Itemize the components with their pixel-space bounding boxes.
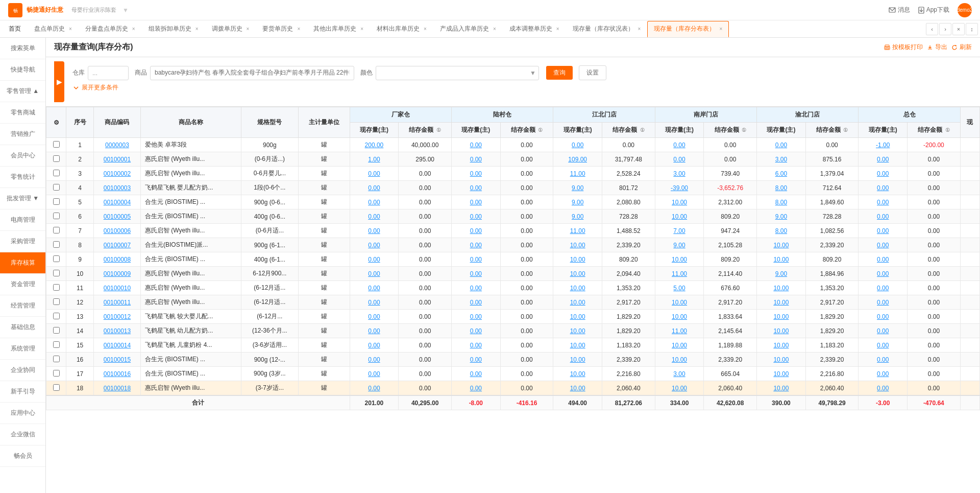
sidebar-item-stats[interactable]: 零售统计 (0, 167, 45, 188)
sidebar-item-retail2[interactable]: 零售商城 (0, 102, 45, 124)
sidebar-item-members[interactable]: 会员中心 (0, 145, 45, 167)
table-row-check[interactable] (46, 209, 66, 224)
table-row-nanan-qty[interactable]: 10.00 (655, 195, 704, 209)
table-row-factory-qty[interactable]: 0.00 (350, 181, 399, 195)
table-row-lucun-qty[interactable]: 0.00 (452, 167, 501, 181)
table-row-factory-qty[interactable]: 0.00 (350, 267, 399, 281)
tab-qitachuku[interactable]: 其他出库单历史 × (307, 21, 370, 37)
table-row-check[interactable] (46, 310, 66, 324)
table-row-lucun-qty[interactable]: 0.00 (452, 138, 501, 152)
table-row-total-qty[interactable]: 0.00 (859, 310, 908, 324)
tab-diaobos[interactable]: 调拨单历史 × (205, 21, 256, 37)
table-row-jiangbei-qty[interactable]: 10.00 (553, 324, 602, 338)
jiangbei-amt-info[interactable]: ① (640, 127, 645, 133)
tab-home[interactable]: 首页 (2, 21, 28, 37)
table-row-jiangbei-qty[interactable]: 11.00 (553, 224, 602, 238)
table-row-check[interactable] (46, 367, 66, 381)
table-row-lucun-qty[interactable]: 0.00 (452, 195, 501, 209)
table-row-jiangbei-qty[interactable]: 10.00 (553, 267, 602, 281)
table-row-factory-qty[interactable]: 0.00 (350, 295, 399, 310)
table-row-nanan-qty[interactable]: 0.00 (655, 152, 704, 167)
expand-more-btn[interactable]: 展开更多条件 (72, 83, 964, 92)
sidebar-item-member2[interactable]: 畅会员 (0, 445, 45, 467)
table-row-check[interactable] (46, 167, 66, 181)
table-row-nanan-qty[interactable]: 10.00 (655, 252, 704, 267)
refresh-btn[interactable]: 刷新 (951, 43, 972, 52)
table-row-code[interactable]: 00100014 (93, 338, 140, 353)
table-row-nanan-qty[interactable]: 5.00 (655, 281, 704, 295)
sidebar-item-operations[interactable]: 经营管理 (0, 295, 45, 317)
table-row-jiangbei-qty[interactable]: 0.00 (553, 138, 602, 152)
tab-close-cailiao[interactable]: × (424, 26, 427, 32)
table-row-lucun-qty[interactable]: 0.00 (452, 252, 501, 267)
table-row-factory-qty[interactable]: 0.00 (350, 338, 399, 353)
table-row-lucun-qty[interactable]: 0.00 (452, 181, 501, 195)
filter-toggle-btn[interactable]: ▶ (54, 61, 64, 102)
table-row-factory-qty[interactable]: 0.00 (350, 238, 399, 252)
table-row-jiangbei-qty[interactable]: 11.00 (553, 167, 602, 181)
table-row-total-qty[interactable]: 0.00 (859, 367, 908, 381)
table-row-check[interactable] (46, 138, 66, 152)
table-row-total-qty[interactable]: 0.00 (859, 267, 908, 281)
table-row-total-qty[interactable]: 0.00 (859, 281, 908, 295)
table-row-total-qty[interactable]: 0.00 (859, 353, 908, 367)
table-row-factory-qty[interactable]: 0.00 (350, 209, 399, 224)
tab-fenpandian[interactable]: 分量盘点单历史 × (79, 21, 142, 37)
table-row-code[interactable]: 00100012 (93, 310, 140, 324)
table-row-code[interactable]: 00100008 (93, 252, 140, 267)
table-row-nanan-qty[interactable]: 10.00 (655, 209, 704, 224)
factory-amt-info[interactable]: ① (436, 127, 441, 133)
table-row-jiangbei-qty[interactable]: 10.00 (553, 381, 602, 396)
table-row-total-qty[interactable]: 0.00 (859, 381, 908, 396)
table-row-total-qty[interactable]: 0.00 (859, 338, 908, 353)
tab-yaohuo[interactable]: 要货单历史 × (256, 21, 307, 37)
table-row-lucun-qty[interactable]: 0.00 (452, 338, 501, 353)
table-row-yubei-qty[interactable]: 10.00 (757, 338, 806, 353)
sidebar-item-wechat[interactable]: 企业微信 (0, 424, 45, 445)
tab-kucun-status[interactable]: 现存量（库存状况表） × (566, 21, 648, 37)
settings-btn[interactable]: 设置 (579, 65, 606, 80)
tab-chancheng[interactable]: 产成品入库单历史 × (433, 21, 503, 37)
table-row-nanan-qty[interactable]: 3.00 (655, 167, 704, 181)
table-row-nanan-qty[interactable]: 10.00 (655, 381, 704, 396)
app-download-btn[interactable]: App下载 (918, 6, 949, 14)
table-row-code[interactable]: 00100002 (93, 167, 140, 181)
table-row-yubei-qty[interactable]: 3.00 (757, 152, 806, 167)
table-row-yubei-qty[interactable]: 10.00 (757, 238, 806, 252)
table-row-jiangbei-qty[interactable]: 10.00 (553, 310, 602, 324)
table-row-factory-qty[interactable]: 0.00 (350, 252, 399, 267)
table-row-yubei-qty[interactable]: 10.00 (757, 295, 806, 310)
table-row-nanan-qty[interactable]: 3.00 (655, 367, 704, 381)
table-row-total-qty[interactable]: 0.00 (859, 224, 908, 238)
table-row-nanan-qty[interactable]: 10.00 (655, 338, 704, 353)
query-btn[interactable]: 查询 (546, 66, 573, 80)
tab-expand-btn[interactable]: ↕ (966, 23, 978, 35)
table-row-check[interactable] (46, 338, 66, 353)
table-row-lucun-qty[interactable]: 0.00 (452, 353, 501, 367)
color-input[interactable] (376, 66, 539, 80)
table-row-factory-qty[interactable]: 0.00 (350, 167, 399, 181)
table-row-nanan-qty[interactable]: 10.00 (655, 310, 704, 324)
table-row-jiangbei-qty[interactable]: 10.00 (553, 295, 602, 310)
table-row-check[interactable] (46, 252, 66, 267)
table-row-total-qty[interactable]: 0.00 (859, 295, 908, 310)
table-row-factory-qty[interactable]: 0.00 (350, 281, 399, 295)
table-row-code[interactable]: 00100001 (93, 152, 140, 167)
sidebar-item-basic[interactable]: 基础信息 (0, 317, 45, 338)
table-row-code[interactable]: 00100016 (93, 367, 140, 381)
sidebar-item-inventory[interactable]: 库存核算 (0, 252, 45, 274)
table-row-lucun-qty[interactable]: 0.00 (452, 310, 501, 324)
table-row-jiangbei-qty[interactable]: 9.00 (553, 195, 602, 209)
table-row-jiangbei-qty[interactable]: 10.00 (553, 353, 602, 367)
table-row-code[interactable]: 0000003 (93, 138, 140, 152)
table-row-lucun-qty[interactable]: 0.00 (452, 281, 501, 295)
table-row-lucun-qty[interactable]: 0.00 (452, 367, 501, 381)
table-row-code[interactable]: 00100011 (93, 295, 140, 310)
table-row-total-qty[interactable]: 0.00 (859, 209, 908, 224)
sidebar-item-finance[interactable]: 资金管理 (0, 274, 45, 295)
table-row-lucun-qty[interactable]: 0.00 (452, 152, 501, 167)
table-row-yubei-qty[interactable]: 8.00 (757, 195, 806, 209)
table-row-yubei-qty[interactable]: 10.00 (757, 310, 806, 324)
table-row-code[interactable]: 00100005 (93, 209, 140, 224)
table-row-lucun-qty[interactable]: 0.00 (452, 324, 501, 338)
